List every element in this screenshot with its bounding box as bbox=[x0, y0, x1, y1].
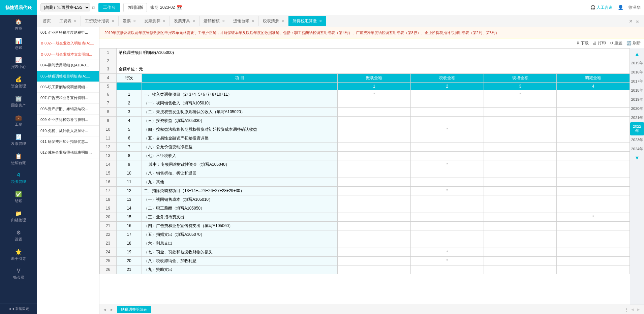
old-version-button[interactable]: 切到旧版 bbox=[123, 3, 147, 12]
sidebar-item-finance[interactable]: 💰 资金管理 bbox=[0, 73, 37, 92]
left-item-009[interactable]: 009-企业所得税弥补亏损明... bbox=[37, 115, 99, 125]
sidebar-item-guide[interactable]: 🌟 新手引导 bbox=[0, 245, 37, 264]
close-tab-purchase-ledger[interactable]: ✕ bbox=[252, 19, 254, 23]
left-item-010[interactable]: 010-免税、减计收入及加计... bbox=[37, 126, 99, 136]
unpin-button[interactable]: ◄◄ 取消固定 bbox=[0, 304, 37, 314]
close-tab-income-tax[interactable]: ✕ bbox=[319, 19, 322, 23]
tab-income-tax[interactable]: 所得税汇算缴 ✕ bbox=[288, 16, 326, 26]
sidebar-item-reports[interactable]: 📈 报表中心 bbox=[0, 54, 37, 73]
row-num-2: 2 bbox=[100, 57, 117, 65]
left-item-005[interactable]: 005-纳税调整项目明细表(A1... bbox=[37, 71, 99, 82]
close-tab-salary[interactable]: ✕ bbox=[74, 19, 76, 23]
refresh-button[interactable]: 🔄 刷新 bbox=[626, 40, 641, 46]
sheet-bottom-bar: ◄ ► 纳税调整明细表 ⋮ ◄ ► bbox=[99, 305, 644, 314]
main-content: (勿删）江西股室-LSS ⧉ 工作台 切到旧版 账期 2023-02 📅 🎧 人… bbox=[37, 0, 644, 314]
year-2023[interactable]: 2023年 bbox=[631, 135, 644, 145]
reset-button[interactable]: ↺ 重置 bbox=[610, 40, 622, 46]
sidebar-item-invoice[interactable]: 🧾 发票管理 bbox=[0, 130, 37, 150]
left-item-008[interactable]: 008-资产折旧、摊销及纳税... bbox=[37, 104, 99, 115]
sidebar-item-settings[interactable]: ⚙ 设置 bbox=[0, 226, 37, 245]
sidebar-label-invoice: 发票管理 bbox=[11, 141, 26, 146]
sidebar-item-archive[interactable]: 📁 归档管理 bbox=[0, 207, 37, 226]
tab-salary-report[interactable]: 工资统计报表 ✕ bbox=[81, 16, 119, 26]
year-2020[interactable]: 2020年 bbox=[631, 104, 644, 113]
sidebar-item-assets[interactable]: 🏢 固定资产 bbox=[0, 92, 37, 111]
sidebar-item-tax[interactable]: 🖨 税务管理 bbox=[0, 169, 37, 188]
sidebar-item-home[interactable]: 🏠 首页 bbox=[0, 15, 37, 34]
year-2019[interactable]: 2019年 bbox=[631, 95, 644, 104]
left-item-001[interactable]: 001-企业所得税年度纳税申... bbox=[37, 27, 99, 38]
table-row: 19 14 （二）职工薪酬（填写A105050） bbox=[100, 204, 630, 213]
sidebar-item-vip[interactable]: V 畅会员 bbox=[0, 264, 37, 283]
year-2017[interactable]: 2017年 bbox=[631, 77, 644, 86]
sheet-nav-next[interactable]: ► bbox=[110, 308, 114, 312]
period-label: 账期 bbox=[150, 5, 158, 10]
guide-icon: 🌟 bbox=[15, 249, 22, 255]
close-tab-invoice-open[interactable]: ✕ bbox=[192, 19, 195, 23]
table-row: 20 15 （三）业务招待费支出 * bbox=[100, 213, 630, 221]
print-button[interactable]: 🖨 打印 bbox=[593, 40, 606, 46]
tab-home[interactable]: 首页 bbox=[39, 16, 55, 26]
table-row: 18 13 （一）视同销售成本（填写A105010） bbox=[100, 195, 630, 204]
sheet-bottom-controls: ⋮ ◄ ► bbox=[624, 307, 641, 312]
year-2024[interactable]: 2024年 bbox=[631, 145, 644, 154]
subheader-col4: 4 bbox=[557, 82, 630, 90]
year-panel: ▲ 2015年 2016年 2017年 2018年 2019年 2020年 20… bbox=[630, 48, 644, 305]
close-tab-check[interactable]: ✕ bbox=[222, 19, 225, 23]
archive-icon: 📁 bbox=[15, 210, 22, 217]
tab-salary[interactable]: 工资表 ✕ bbox=[55, 16, 81, 26]
sheet-title: 纳税调整项目明细表(A105000) bbox=[116, 48, 630, 57]
print-icon: 🖨 bbox=[593, 41, 597, 45]
close-tab-invoice-calc[interactable]: ✕ bbox=[163, 19, 165, 23]
left-item-003[interactable]: 003-一般企业成本支出明细... bbox=[37, 49, 99, 60]
close-tab-invoice[interactable]: ✕ bbox=[133, 19, 136, 23]
tab-invoice[interactable]: 发票 ✕ bbox=[119, 16, 140, 26]
close-all-tabs[interactable]: ✕ bbox=[629, 19, 633, 24]
expand-tabs[interactable]: ⊡ bbox=[636, 19, 640, 24]
sidebar-item-ledger[interactable]: 📊 总账 bbox=[0, 34, 37, 54]
sheet-scroll-indicator: ◄ bbox=[630, 307, 635, 312]
sheet-nav-prev[interactable]: ◄ bbox=[103, 308, 106, 312]
ledger-icon: 📊 bbox=[15, 38, 22, 44]
tab-tax-table[interactable]: 税表清册 ✕ bbox=[259, 16, 288, 26]
year-2022[interactable]: 2022年 bbox=[630, 122, 644, 135]
left-item-012[interactable]: 012-减免企业所得税优惠明细... bbox=[37, 147, 99, 158]
calendar-icon[interactable]: 📅 bbox=[177, 5, 182, 10]
close-tab-salary-report[interactable]: ✕ bbox=[112, 19, 114, 23]
year-2015[interactable]: 2015年 bbox=[631, 59, 644, 68]
toolbar: ⬇ 下载 🖨 打印 ↺ 重置 🔄 刷新 bbox=[99, 39, 644, 48]
col-header-col1: 账载全额 bbox=[338, 73, 411, 82]
workbench-button[interactable]: 工作台 bbox=[98, 3, 120, 12]
sidebar-item-salary[interactable]: 💼 工资 bbox=[0, 111, 37, 130]
tab-invoice-calc[interactable]: 发票测算 ✕ bbox=[140, 16, 170, 26]
sheet-scroll-left[interactable]: ⋮ bbox=[624, 307, 628, 312]
left-item-004[interactable]: 004-期间费用明细表(A1040... bbox=[37, 60, 99, 71]
year-down-button[interactable]: ▼ bbox=[633, 154, 641, 162]
customer-service-link[interactable]: 🎧 人工咨询 bbox=[590, 5, 613, 10]
sidebar-item-close[interactable]: ✅ 结账 bbox=[0, 188, 37, 207]
content-area: 001-企业所得税年度纳税申... 002-一般企业收入明细表(A1... 00… bbox=[37, 27, 644, 314]
tab-invoice-open[interactable]: 发票开具 ✕ bbox=[170, 16, 200, 26]
left-item-006[interactable]: 006-职工薪酬纳税调整明细... bbox=[37, 82, 99, 93]
left-item-011[interactable]: 011-研发费用加计扣除优惠... bbox=[37, 136, 99, 147]
tab-check[interactable]: 进销稽核 ✕ bbox=[200, 16, 229, 26]
download-button[interactable]: ⬇ 下载 bbox=[576, 40, 589, 46]
sidebar-item-purchase[interactable]: 📋 进销台账 bbox=[0, 150, 37, 169]
close-tab-tax-table[interactable]: ✕ bbox=[281, 19, 284, 23]
sheet-tab[interactable]: 纳税调整明细表 bbox=[117, 306, 151, 313]
tab-purchase-ledger[interactable]: 进销台账 ✕ bbox=[229, 16, 259, 26]
vip-icon: V bbox=[17, 268, 21, 274]
company-dropdown[interactable]: (勿删）江西股室-LSS bbox=[40, 3, 90, 11]
year-2021[interactable]: 2021年 bbox=[631, 113, 644, 122]
year-2018[interactable]: 2018年 bbox=[631, 86, 644, 95]
left-item-002[interactable]: 002-一般企业收入明细表(A1... bbox=[37, 38, 99, 49]
left-item-007[interactable]: 007-广告费和业务宣传费明... bbox=[37, 93, 99, 103]
sheet-scroll-right[interactable]: ► bbox=[636, 307, 641, 312]
table-row: 25 20 （八）税收滞纳金、加收利息 * bbox=[100, 256, 630, 265]
user-avatar: 👤 bbox=[618, 5, 623, 10]
year-up-button[interactable]: ▲ bbox=[633, 50, 641, 59]
sheet-wrapper[interactable]: 1 纳税调整项目明细表(A105000) 2 3 bbox=[99, 48, 630, 305]
year-2016[interactable]: 2016年 bbox=[631, 68, 644, 77]
sidebar-label-close: 结账 bbox=[15, 198, 22, 203]
period-value: 2023-02 bbox=[160, 5, 175, 10]
